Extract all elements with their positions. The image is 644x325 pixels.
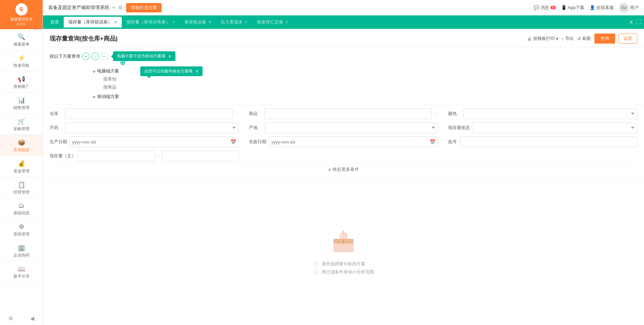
notification-label: 消息 bbox=[540, 5, 549, 11]
user-label: 用户 bbox=[630, 5, 639, 11]
tab-home-label: 首页 bbox=[50, 19, 59, 25]
refresh-icon: ↺ bbox=[577, 36, 581, 41]
phone-icon: 📱 bbox=[561, 5, 567, 10]
collapse-label: 收起更多条件 bbox=[333, 166, 359, 172]
online-service-btn[interactable]: 👤 在线客服 bbox=[590, 5, 614, 11]
service-icon: 👤 bbox=[590, 5, 595, 10]
dropdown-arrow-icon[interactable]: ▾ bbox=[113, 5, 115, 10]
tab-collect-summary[interactable]: 收发存汇总表 ✕ bbox=[252, 17, 293, 28]
dot-connector bbox=[121, 61, 124, 64]
sidebar-item-label: 快速导航 bbox=[13, 63, 30, 68]
chevron-up-icon: ∧ bbox=[328, 167, 331, 172]
topbar: 装备及固定资产辅助管理系统 ▾ ⚙ 体验行业方案 💬 消息 9 📱 App下载 … bbox=[43, 0, 644, 15]
user-menu-btn[interactable]: Ea 用户 bbox=[619, 3, 639, 12]
collapse-sidebar-btn[interactable]: ◀ bbox=[30, 315, 34, 322]
tab-inventory-status[interactable]: 现存量（库存状况表） ✕ bbox=[64, 17, 122, 28]
refresh-btn[interactable]: ↺ 刷新 bbox=[577, 36, 591, 42]
color-select[interactable] bbox=[464, 108, 637, 119]
field-color: 颜色 bbox=[448, 108, 637, 119]
origin-select[interactable] bbox=[264, 122, 438, 133]
tab-inventory-dist[interactable]: 现存量（库存分布表） ✕ bbox=[122, 17, 180, 28]
tooltip2-close[interactable]: ✕ bbox=[195, 69, 199, 74]
expiry-date-start[interactable] bbox=[268, 137, 438, 147]
sidebar-item-purchase[interactable]: 🛒 采购管理 bbox=[0, 114, 43, 135]
settings-btn[interactable]: 设置 bbox=[619, 34, 637, 44]
stock-qty-label: 现存量（主） bbox=[50, 153, 76, 159]
company-icon: 🏢 bbox=[18, 244, 25, 252]
warehouse-dots-icon[interactable]: ··· bbox=[234, 111, 239, 117]
tooltip-create-scheme: 这里可以创建和修改方案哦 ✕ bbox=[140, 66, 203, 76]
sidebar-item-guide[interactable]: 📖 新手引导 bbox=[0, 261, 43, 282]
sidebar-item-quick[interactable]: ⚡ 快速导航 bbox=[0, 50, 43, 71]
arrow-scheme-btn[interactable]: ← bbox=[101, 53, 108, 60]
tab-actions: ✕ ⛶ bbox=[629, 19, 641, 25]
settings-bottom-btn[interactable]: ⚙ bbox=[8, 315, 13, 322]
product-dots-icon[interactable]: ··· bbox=[434, 111, 438, 117]
tab-in-out-flow[interactable]: 出入库流水 ✕ bbox=[216, 17, 252, 28]
sidebar-item-marketing[interactable]: 📢 营销推广 bbox=[0, 71, 43, 93]
scheme-by-warehouse[interactable]: 按库别 bbox=[93, 75, 133, 83]
field-origin: 产地 bbox=[249, 122, 438, 133]
maximize-btn[interactable]: ⛶ bbox=[636, 19, 641, 25]
sidebar-item-label: 库存核算 bbox=[13, 147, 30, 153]
app-download-btn[interactable]: 📱 App下载 bbox=[561, 5, 584, 11]
sidebar-item-finance[interactable]: 💰 资金管理 bbox=[0, 156, 43, 177]
tooltip-desktop-scheme: 电脑方案可设为移动方案哦 ✕ bbox=[113, 51, 175, 61]
topbar-gear-icon[interactable]: ⚙ bbox=[118, 4, 123, 11]
tab-close-icon[interactable]: ✕ bbox=[172, 20, 175, 24]
production-date-start[interactable] bbox=[69, 137, 239, 147]
tab-label: 收发存汇总表 bbox=[257, 19, 283, 25]
query-btn[interactable]: 查询 bbox=[594, 34, 615, 44]
warehouse-input[interactable] bbox=[65, 108, 232, 119]
size-label: 尺码 bbox=[50, 125, 63, 131]
sidebar-item-label: 企业协同 bbox=[13, 253, 30, 258]
stock-qty-max[interactable] bbox=[162, 151, 239, 161]
tab-close-icon[interactable]: ✕ bbox=[114, 20, 117, 24]
sidebar-item-operation[interactable]: 📋 经营管理 bbox=[0, 177, 43, 198]
size-select[interactable] bbox=[65, 122, 239, 133]
scheme-by-product[interactable]: 按商品 bbox=[93, 83, 133, 91]
sidebar-item-company[interactable]: 🏢 企业协同 bbox=[0, 240, 43, 261]
sidebar-item-basic[interactable]: 🗂 基础信息 bbox=[0, 198, 43, 219]
stock-qty-min[interactable] bbox=[78, 151, 155, 161]
tab-close-icon[interactable]: ✕ bbox=[245, 20, 248, 24]
sidebar-item-sales[interactable]: 📊 销售管理 bbox=[0, 93, 43, 114]
tip-num-2: 2 bbox=[313, 269, 319, 275]
export-label: 导出 bbox=[565, 36, 574, 42]
tooltip2-text: 这里可以创建和修改方案哦 bbox=[144, 68, 193, 74]
sidebar-item-label: 营销推广 bbox=[13, 84, 30, 90]
sidebar: 6 畅捷通好生意 标准版 🔍 搜索菜单 ⚡ 快速导航 📢 营销推广 📊 销售管理… bbox=[0, 0, 43, 325]
add-scheme-btn[interactable]: + bbox=[82, 53, 90, 60]
sidebar-item-label: 系统管理 bbox=[13, 231, 30, 237]
print-template-btn[interactable]: 🖨 按模板打印 ▾ bbox=[527, 36, 558, 42]
sidebar-item-system[interactable]: ⚙ 系统管理 bbox=[0, 219, 43, 240]
tab-close-icon[interactable]: ✕ bbox=[208, 20, 211, 24]
circle-scheme-btn[interactable]: ○ bbox=[92, 53, 99, 60]
sidebar-item-inventory[interactable]: 📦 库存核算 bbox=[0, 135, 43, 156]
export-btn[interactable]: ↑ 导出 bbox=[562, 36, 574, 42]
tab-batch-account[interactable]: 库存批次账 ✕ bbox=[180, 17, 216, 28]
industry-btn[interactable]: 体验行业方案 bbox=[126, 3, 162, 12]
expiry-date-label: 失效日期 bbox=[249, 139, 266, 145]
tab-close-icon[interactable]: ✕ bbox=[285, 20, 288, 24]
tab-home[interactable]: 首页 bbox=[46, 17, 64, 28]
stock-status-label: 现存量状态 bbox=[448, 125, 470, 131]
close-all-btn[interactable]: ✕ bbox=[629, 19, 633, 25]
content-inner: 现存量查询(按仓库+商品) 🖨 按模板打印 ▾ ↑ 导出 ↺ 刷新 bbox=[43, 29, 644, 325]
sidebar-item-search[interactable]: 🔍 搜索菜单 bbox=[0, 29, 43, 50]
field-expiry-date: 失效日期 📅 bbox=[249, 137, 438, 147]
avatar-text: Ea bbox=[622, 5, 627, 10]
collapse-more-btn[interactable]: ∧ 收起更多条件 bbox=[50, 163, 637, 175]
notification-btn[interactable]: 💬 消息 9 bbox=[534, 5, 556, 11]
sidebar-logo: 6 畅捷通好生意 标准版 bbox=[0, 0, 43, 29]
bell-icon: 💬 bbox=[534, 5, 539, 10]
svg-point-5 bbox=[344, 235, 346, 236]
sidebar-item-label: 经营管理 bbox=[13, 189, 30, 195]
stock-status-select[interactable] bbox=[472, 122, 637, 133]
sidebar-item-label: 资金管理 bbox=[13, 168, 30, 174]
product-input[interactable] bbox=[264, 108, 432, 119]
tooltip1-close[interactable]: ✕ bbox=[168, 54, 171, 59]
empty-illustration bbox=[327, 229, 360, 256]
sidebar-item-label: 销售管理 bbox=[13, 105, 30, 111]
batch-input[interactable] bbox=[460, 137, 637, 147]
